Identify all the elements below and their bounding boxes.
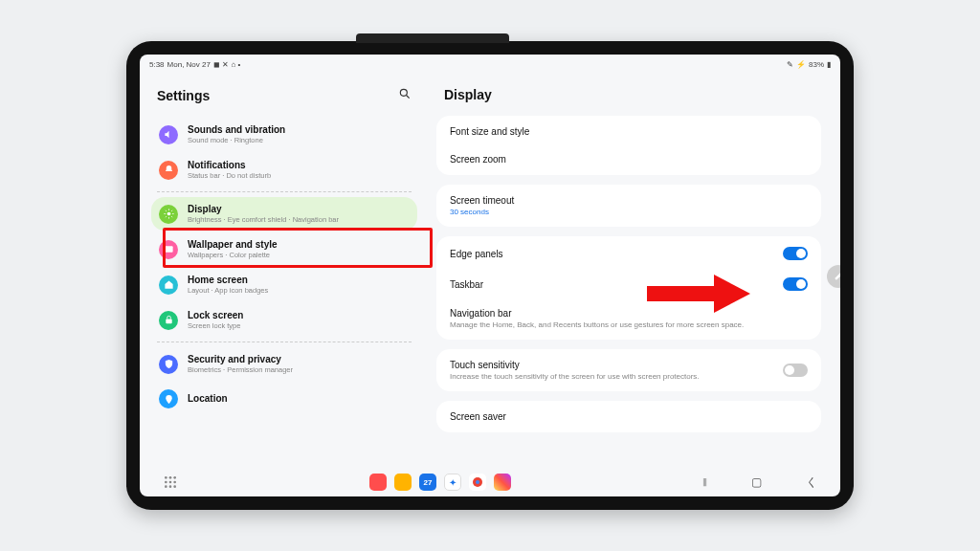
sidebar-item-notifications[interactable]: NotificationsStatus bar · Do not disturb [151,153,417,187]
shield-icon [159,355,178,374]
taskbar-dock: 27 ✦ [369,474,511,491]
settings-card: Screen saver [436,401,821,432]
setting-text: Screen timeout30 seconds [450,195,514,216]
setting-text: Navigation barManage the Home, Back, and… [450,308,744,329]
lock-icon [159,311,178,330]
recents-button[interactable]: ⦀ [702,475,707,489]
sidebar-item-text: Security and privacyBiometrics · Permiss… [188,354,293,374]
svg-point-16 [165,481,167,484]
toggle-taskbar[interactable] [783,277,808,291]
setting-row-screen-timeout[interactable]: Screen timeout30 seconds [436,187,821,225]
status-icons: ◼ ✕ ⌂ • [213,60,240,69]
settings-list-pane: Settings Sounds and vibrationSound mode … [140,74,429,468]
settings-card: Touch sensitivityIncrease the touch sens… [436,349,821,391]
sidebar-item-text: DisplayBrightness · Eye comfort shield ·… [188,204,339,224]
wifi-off-icon: ⚡ [796,60,806,69]
dock-app-chrome[interactable] [469,474,486,491]
setting-text: Screen saver [450,411,506,422]
setting-text: Screen zoom [450,154,506,165]
camera-notch [356,33,509,43]
status-date: Mon, Nov 27 [167,60,211,69]
sidebar-item-text: Home screenLayout · App icon badges [188,275,268,295]
svg-point-17 [169,481,172,484]
svg-line-8 [171,216,172,217]
setting-row-taskbar[interactable]: Taskbar [436,269,821,299]
back-button[interactable]: く [806,474,817,491]
dock-app-4[interactable]: ✦ [444,474,461,491]
svg-point-15 [173,476,176,479]
sun-icon [159,205,178,224]
svg-line-7 [165,210,166,211]
svg-point-19 [165,485,167,488]
dock-app-2[interactable] [394,474,412,491]
sidebar-item-title: Location [188,393,228,405]
screen: 5:38 Mon, Nov 27 ◼ ✕ ⌂ • ✎ ⚡ 83% ▮ Setti… [140,55,840,496]
toggle-touch-sensitivity[interactable] [783,364,808,377]
setting-row-touch-sensitivity[interactable]: Touch sensitivityIncrease the touch sens… [436,351,821,389]
sidebar-item-security-and-privacy[interactable]: Security and privacyBiometrics · Permiss… [151,347,417,381]
battery-text: 83% [809,60,824,69]
svg-point-18 [173,481,176,484]
apps-grid-icon[interactable] [163,474,178,490]
dock-app-calendar[interactable]: 27 [419,474,436,491]
search-icon[interactable] [398,87,412,104]
settings-card: Font size and styleScreen zoom [436,116,821,175]
setting-row-edge-panels[interactable]: Edge panels [436,238,821,269]
sidebar-item-title: Wallpaper and style [188,239,278,251]
edit-panel-handle[interactable] [827,265,840,288]
setting-text: Touch sensitivityIncrease the touch sens… [450,360,700,381]
svg-point-13 [165,476,167,479]
sidebar-item-title: Security and privacy [188,354,293,365]
settings-card: Edge panelsTaskbarNavigation barManage t… [436,236,821,340]
sidebar-item-subtitle: Sound mode · Ringtone [188,136,285,144]
setting-label: Font size and style [450,126,529,137]
detail-title: Display [436,81,825,116]
sidebar-item-wallpaper-and-style[interactable]: Wallpaper and styleWallpapers · Color pa… [151,232,417,266]
setting-label: Screen saver [450,411,506,422]
setting-label: Touch sensitivity [450,360,700,370]
svg-point-23 [476,480,479,484]
sidebar-item-title: Sounds and vibration [188,124,285,136]
setting-row-font-size-and-style[interactable]: Font size and style [436,118,821,145]
setting-label: Edge panels [450,249,503,259]
sidebar-item-subtitle: Brightness · Eye comfort shield · Naviga… [188,215,339,224]
setting-row-navigation-bar[interactable]: Navigation barManage the Home, Back, and… [436,299,821,338]
svg-point-14 [169,476,172,479]
sidebar-item-subtitle: Layout · App icon badges [188,286,268,295]
sidebar-item-sounds-and-vibration[interactable]: Sounds and vibrationSound mode · Rington… [151,118,417,151]
sidebar-item-text: NotificationsStatus bar · Do not disturb [188,160,271,180]
sidebar-item-home-screen[interactable]: Home screenLayout · App icon badges [151,268,417,301]
setting-label: Taskbar [450,279,483,290]
dock-app-instagram[interactable] [494,474,511,491]
status-time: 5:38 [149,60,165,69]
sidebar-item-title: Lock screen [188,310,243,321]
sidebar-item-subtitle: Wallpapers · Color palette [188,251,278,259]
nav-buttons: ⦀ ▢ く [702,474,817,491]
sidebar-item-text: Wallpaper and styleWallpapers · Color pa… [188,239,278,259]
sidebar-item-subtitle: Screen lock type [188,321,243,330]
settings-cards: Font size and styleScreen zoomScreen tim… [436,116,825,468]
sidebar-item-lock-screen[interactable]: Lock screenScreen lock type [151,303,417,337]
setting-text: Font size and style [450,126,529,137]
pen-icon: ✎ [787,60,793,69]
category-list: Sounds and vibrationSound mode · Rington… [151,118,417,468]
setting-row-screen-zoom[interactable]: Screen zoom [436,145,821,173]
sidebar-item-title: Notifications [188,160,271,171]
sidebar-item-subtitle: Biometrics · Permission manager [188,365,293,374]
setting-text: Taskbar [450,279,483,290]
home-button[interactable]: ▢ [751,475,762,489]
setting-row-screen-saver[interactable]: Screen saver [436,403,821,430]
content: Settings Sounds and vibrationSound mode … [140,74,840,468]
image-icon [159,240,178,259]
sidebar-item-location[interactable]: Location [151,383,417,415]
dock-app-1[interactable] [369,474,387,491]
sidebar-item-text: Lock screenScreen lock type [188,310,243,330]
settings-title: Settings [157,88,210,103]
setting-label: Screen timeout [450,195,514,206]
svg-point-20 [169,485,172,488]
sidebar-item-title: Display [188,204,339,215]
tablet-frame: 5:38 Mon, Nov 27 ◼ ✕ ⌂ • ✎ ⚡ 83% ▮ Setti… [126,41,854,510]
sidebar-item-display[interactable]: DisplayBrightness · Eye comfort shield ·… [151,197,417,231]
toggle-edge-panels[interactable] [783,247,808,260]
status-bar: 5:38 Mon, Nov 27 ◼ ✕ ⌂ • ✎ ⚡ 83% ▮ [140,55,840,74]
